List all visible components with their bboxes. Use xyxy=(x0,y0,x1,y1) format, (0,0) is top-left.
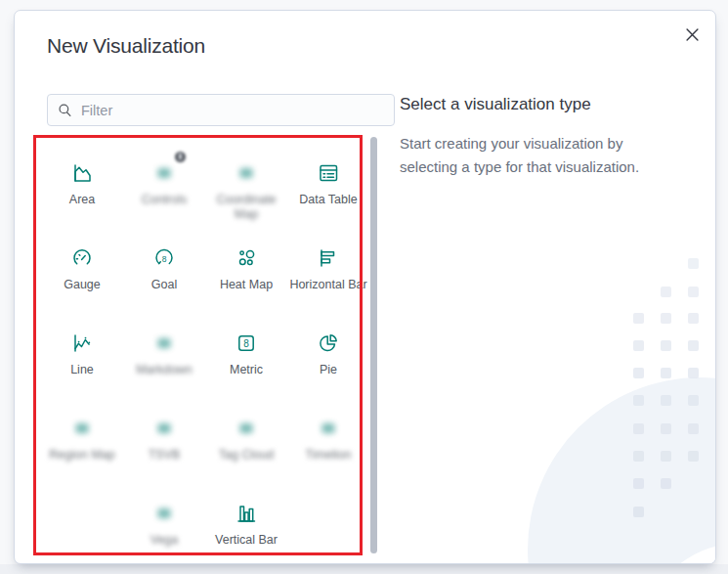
search-icon xyxy=(58,103,72,117)
region-map-icon xyxy=(69,416,95,441)
decorative-dot xyxy=(688,313,699,324)
vis-type-item-pie[interactable]: Pie xyxy=(287,323,369,408)
vis-type-item-gauge[interactable]: Gauge xyxy=(41,238,123,323)
details-description: Start creating your visualization by sel… xyxy=(400,132,665,179)
vis-type-label: Data Table xyxy=(299,193,358,207)
decorative-dot xyxy=(688,368,699,378)
vis-type-label: Region Map xyxy=(49,448,114,463)
decorative-dot xyxy=(661,478,671,489)
vis-type-label: Vega xyxy=(150,533,179,548)
decorative-dot xyxy=(633,423,644,434)
vis-type-label: Markdown xyxy=(136,363,193,377)
vis-type-item-vega[interactable]: Vega xyxy=(123,493,205,564)
svg-text:8: 8 xyxy=(162,254,167,264)
pie-chart-icon xyxy=(316,331,341,356)
controls-icon xyxy=(151,160,177,186)
vis-type-item-tag-cloud[interactable]: Tag Cloud xyxy=(205,408,287,493)
markdown-icon xyxy=(151,331,177,356)
area-chart-icon xyxy=(69,160,95,186)
line-chart-icon xyxy=(69,331,95,356)
visualization-type-grid: Area Controls Coordinate Map Data Table … xyxy=(41,153,369,564)
vis-type-item-heat-map[interactable]: Heat Map xyxy=(205,238,287,323)
details-panel: Select a visualization type Start creati… xyxy=(400,95,693,179)
timelion-icon xyxy=(316,416,341,441)
vis-type-item-markdown[interactable]: Markdown xyxy=(123,323,205,408)
goal-icon: 8 xyxy=(151,245,177,271)
vega-icon xyxy=(151,501,177,526)
decorative-dot xyxy=(661,451,671,462)
tag-cloud-icon xyxy=(234,416,259,441)
decorative-dot xyxy=(633,507,644,517)
horizontal-bar-icon xyxy=(316,245,341,271)
vis-type-item-goal[interactable]: 8 Goal xyxy=(123,238,205,323)
decorative-dot xyxy=(661,395,671,406)
vis-type-label: Goal xyxy=(151,278,177,292)
new-visualization-modal: New Visualization Area Controls Coordina… xyxy=(14,10,716,564)
vis-type-item-horizontal-bar[interactable]: Horizontal Bar xyxy=(287,238,369,323)
list-scrollbar-thumb[interactable] xyxy=(370,137,377,553)
close-icon[interactable] xyxy=(682,24,702,44)
decorative-dot xyxy=(661,313,671,324)
vis-type-label: Area xyxy=(69,193,95,207)
vis-type-label: Horizontal Bar xyxy=(289,278,366,292)
decorative-dot xyxy=(633,313,644,324)
vis-type-item-area[interactable]: Area xyxy=(41,153,123,238)
experimental-badge-icon xyxy=(175,152,186,162)
heat-map-icon xyxy=(234,245,259,271)
decorative-dot xyxy=(688,258,699,269)
vis-type-label: Coordinate Map xyxy=(207,193,285,222)
decorative-dot xyxy=(633,451,644,462)
vertical-bar-icon xyxy=(234,501,259,526)
vis-type-item-data-table[interactable]: Data Table xyxy=(287,153,369,238)
gauge-icon xyxy=(69,245,95,271)
vis-type-item-tsvb[interactable]: TSVB xyxy=(123,408,205,493)
vis-type-label: Gauge xyxy=(64,278,101,292)
vis-type-label: Heat Map xyxy=(220,278,273,292)
details-heading: Select a visualization type xyxy=(400,95,693,114)
vis-type-item-vertical-bar[interactable]: Vertical Bar xyxy=(205,493,287,564)
tsvb-icon xyxy=(151,416,177,441)
decorative-dot xyxy=(661,287,671,297)
vis-type-item-controls[interactable]: Controls xyxy=(123,153,205,238)
vis-type-item-timelion[interactable]: Timelion xyxy=(287,408,369,493)
decorative-dot xyxy=(633,395,644,406)
metric-icon: 8 xyxy=(234,331,259,356)
decorative-dot xyxy=(688,395,699,406)
vis-type-label: Metric xyxy=(230,363,263,377)
decorative-dot xyxy=(661,340,671,351)
decorative-dot xyxy=(633,478,644,489)
filter-input[interactable] xyxy=(81,103,384,118)
decorative-dot xyxy=(688,451,699,462)
decorative-dot xyxy=(633,340,644,351)
decorative-dot xyxy=(688,423,699,434)
vis-type-label: Pie xyxy=(320,363,337,377)
svg-text:8: 8 xyxy=(243,338,249,349)
filter-search-box[interactable] xyxy=(47,94,395,126)
vis-type-item-metric[interactable]: 8 Metric xyxy=(205,323,287,408)
coordinate-map-icon xyxy=(234,160,259,186)
decorative-dot xyxy=(661,368,671,378)
vis-type-item-coordinate-map[interactable]: Coordinate Map xyxy=(205,153,287,238)
vis-type-item-line[interactable]: Line xyxy=(41,323,123,408)
vis-type-label: Line xyxy=(70,363,94,377)
data-table-icon xyxy=(316,160,341,186)
decorative-dot xyxy=(688,287,699,297)
vis-type-item-region-map[interactable]: Region Map xyxy=(41,408,123,493)
vis-type-label: Vertical Bar xyxy=(215,533,278,548)
decorative-dot xyxy=(688,340,699,351)
vis-type-label: Tag Cloud xyxy=(219,448,274,463)
modal-title: New Visualization xyxy=(47,34,205,58)
decorative-dot xyxy=(661,423,671,434)
vis-type-label: Controls xyxy=(142,193,188,207)
vis-type-label: TSVB xyxy=(149,448,181,463)
decorative-dot xyxy=(633,368,644,378)
vis-type-label: Timelion xyxy=(306,448,352,463)
